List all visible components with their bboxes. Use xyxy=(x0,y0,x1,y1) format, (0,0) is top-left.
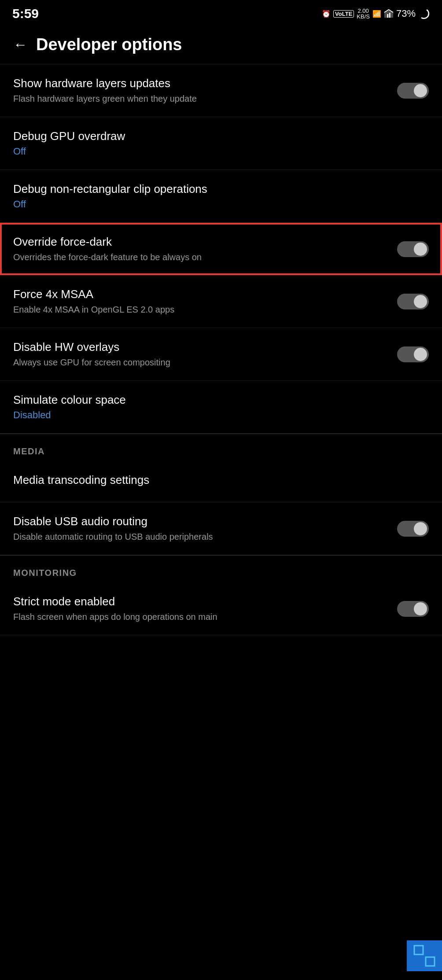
setting-title: Override force-dark xyxy=(13,235,388,249)
setting-media-transcoding[interactable]: Media transcoding settings xyxy=(0,461,442,502)
signal-icon xyxy=(384,9,394,18)
loading-icon xyxy=(418,8,430,19)
setting-title: Debug non-rectangular clip operations xyxy=(13,182,420,196)
toggle-disable-hw-overlays[interactable] xyxy=(397,346,429,362)
svg-rect-0 xyxy=(387,14,388,18)
setting-description: Enable 4x MSAA in OpenGL ES 2.0 apps xyxy=(13,304,388,315)
setting-force-4x-msaa[interactable]: Force 4x MSAA Enable 4x MSAA in OpenGL E… xyxy=(0,275,442,328)
setting-title: Disable HW overlays xyxy=(13,340,388,354)
setting-title: Show hardware layers updates xyxy=(13,77,388,90)
setting-text: Debug non-rectangular clip operations Of… xyxy=(13,182,420,210)
toggle-thumb xyxy=(414,295,427,308)
corner-logo xyxy=(407,940,442,971)
toggle-thumb xyxy=(414,522,427,535)
setting-title: Force 4x MSAA xyxy=(13,287,388,301)
toggle-thumb xyxy=(414,84,427,97)
setting-override-force-dark[interactable]: Override force-dark Overrides the force-… xyxy=(0,223,442,275)
setting-value: Off xyxy=(13,146,420,157)
setting-disable-hw-overlays[interactable]: Disable HW overlays Always use GPU for s… xyxy=(0,328,442,381)
status-bar: 5:59 ⏰ VoLTE 2.00KB/S 📶 73% xyxy=(0,0,442,26)
setting-description: Always use GPU for screen compositing xyxy=(13,357,388,368)
setting-value: Off xyxy=(13,199,420,210)
monitoring-settings-list: Strict mode enabled Flash screen when ap… xyxy=(0,582,442,635)
setting-show-hardware-layers[interactable]: Show hardware layers updates Flash hardw… xyxy=(0,64,442,117)
toggle-disable-usb-audio[interactable] xyxy=(397,521,429,537)
setting-strict-mode[interactable]: Strict mode enabled Flash screen when ap… xyxy=(0,582,442,635)
toggle-track xyxy=(397,601,429,617)
page-title: Developer options xyxy=(36,35,182,54)
data-speed-icon: 2.00KB/S xyxy=(357,8,370,19)
setting-title: Media transcoding settings xyxy=(13,473,420,487)
toggle-track xyxy=(397,83,429,99)
setting-text: Simulate colour space Disabled xyxy=(13,393,420,421)
section-title-monitoring: MONITORING xyxy=(13,568,77,578)
setting-description: Overrides the force-dark feature to be a… xyxy=(13,251,388,263)
setting-text: Media transcoding settings xyxy=(13,473,420,490)
section-header-monitoring: MONITORING xyxy=(0,556,442,582)
svg-rect-1 xyxy=(389,13,390,18)
toggle-override-force-dark[interactable] xyxy=(397,241,429,257)
battery-percentage: 73% xyxy=(396,8,416,19)
setting-description: Disable automatic routing to USB audio p… xyxy=(13,531,388,542)
setting-value: Disabled xyxy=(13,409,420,421)
setting-title: Debug GPU overdraw xyxy=(13,129,420,143)
toggle-track xyxy=(397,521,429,537)
svg-point-2 xyxy=(419,9,429,18)
toggle-thumb xyxy=(414,602,427,615)
setting-description: Flash screen when apps do long operation… xyxy=(13,611,388,623)
setting-title: Disable USB audio routing xyxy=(13,515,388,528)
setting-disable-usb-audio[interactable]: Disable USB audio routing Disable automa… xyxy=(0,502,442,555)
setting-debug-gpu-overdraw[interactable]: Debug GPU overdraw Off xyxy=(0,117,442,170)
setting-description: Flash hardware layers green when they up… xyxy=(13,93,388,104)
toggle-force-4x-msaa[interactable] xyxy=(397,294,429,309)
setting-text: Override force-dark Overrides the force-… xyxy=(13,235,388,263)
setting-text: Strict mode enabled Flash screen when ap… xyxy=(13,595,388,623)
alarm-icon: ⏰ xyxy=(322,10,331,18)
status-icons: ⏰ VoLTE 2.00KB/S 📶 73% xyxy=(322,8,430,19)
wifi-icon: 📶 xyxy=(372,10,381,18)
volte-icon: VoLTE xyxy=(333,10,354,18)
setting-debug-non-rectangular[interactable]: Debug non-rectangular clip operations Of… xyxy=(0,170,442,223)
status-time: 5:59 xyxy=(12,6,39,21)
toggle-track xyxy=(397,241,429,257)
settings-list: Show hardware layers updates Flash hardw… xyxy=(0,64,442,434)
setting-title: Strict mode enabled xyxy=(13,595,388,608)
toggle-thumb xyxy=(414,348,427,361)
setting-text: Debug GPU overdraw Off xyxy=(13,129,420,157)
section-title-media: MEDIA xyxy=(13,446,45,456)
back-button[interactable]: ← xyxy=(13,37,27,53)
svg-rect-3 xyxy=(414,946,423,954)
setting-text: Disable HW overlays Always use GPU for s… xyxy=(13,340,388,368)
setting-text: Show hardware layers updates Flash hardw… xyxy=(13,77,388,104)
setting-text: Force 4x MSAA Enable 4x MSAA in OpenGL E… xyxy=(13,287,388,315)
toggle-thumb xyxy=(414,243,427,256)
toggle-show-hardware-layers[interactable] xyxy=(397,83,429,99)
toggle-track xyxy=(397,294,429,309)
setting-text: Disable USB audio routing Disable automa… xyxy=(13,515,388,542)
toggle-track xyxy=(397,346,429,362)
setting-title: Simulate colour space xyxy=(13,393,420,407)
setting-simulate-colour-space[interactable]: Simulate colour space Disabled xyxy=(0,381,442,434)
svg-rect-4 xyxy=(426,957,435,966)
section-header-media: MEDIA xyxy=(0,434,442,461)
media-settings-list: Media transcoding settings Disable USB a… xyxy=(0,461,442,555)
toggle-strict-mode[interactable] xyxy=(397,601,429,617)
page-header: ← Developer options xyxy=(0,26,442,64)
